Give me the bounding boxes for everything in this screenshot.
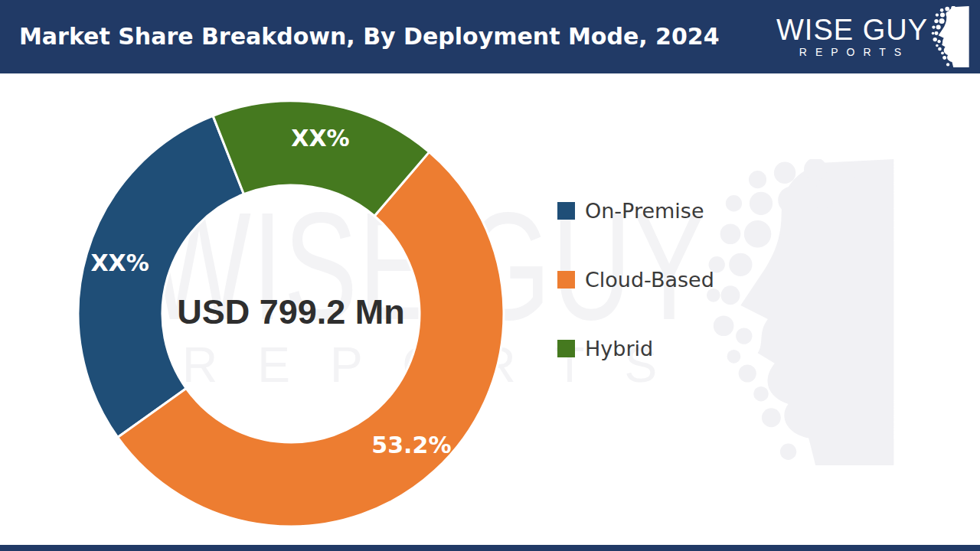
logo-wordmark-line2: REPORTS bbox=[795, 46, 910, 58]
logo-face-icon bbox=[928, 6, 969, 67]
legend-swatch-hybrid bbox=[557, 340, 575, 357]
legend-swatch-on-premise bbox=[557, 202, 575, 220]
legend-item-hybrid: Hybrid bbox=[557, 335, 714, 361]
legend-swatch-cloud-based bbox=[557, 271, 575, 289]
legend-label-cloud-based: Cloud-Based bbox=[585, 268, 714, 292]
logo-wordmark-line1: WISE GUY bbox=[776, 15, 928, 46]
footer-bar bbox=[0, 545, 980, 551]
page-title: Market Share Breakdown, By Deployment Mo… bbox=[19, 0, 720, 73]
legend: On-PremiseCloud-BasedHybrid bbox=[557, 197, 714, 404]
header-bar: Market Share Breakdown, By Deployment Mo… bbox=[0, 0, 980, 73]
center-value: USD 799.2 Mn bbox=[177, 292, 405, 332]
legend-item-on-premise: On-Premise bbox=[557, 197, 714, 223]
watermark-face-icon bbox=[689, 159, 894, 465]
logo-wordmark: WISE GUY REPORTS bbox=[776, 15, 928, 59]
segment-value-label-on-premise: XX% bbox=[90, 249, 149, 276]
legend-item-cloud-based: Cloud-Based bbox=[557, 266, 714, 292]
segment-value-label-hybrid: XX% bbox=[291, 125, 349, 152]
donut-segment-on-premise bbox=[78, 116, 243, 437]
legend-label-on-premise: On-Premise bbox=[585, 199, 704, 223]
segment-value-label-cloud-based: 53.2% bbox=[371, 432, 451, 458]
legend-label-hybrid: Hybrid bbox=[585, 337, 653, 360]
logo: WISE GUY REPORTS bbox=[776, 5, 969, 68]
